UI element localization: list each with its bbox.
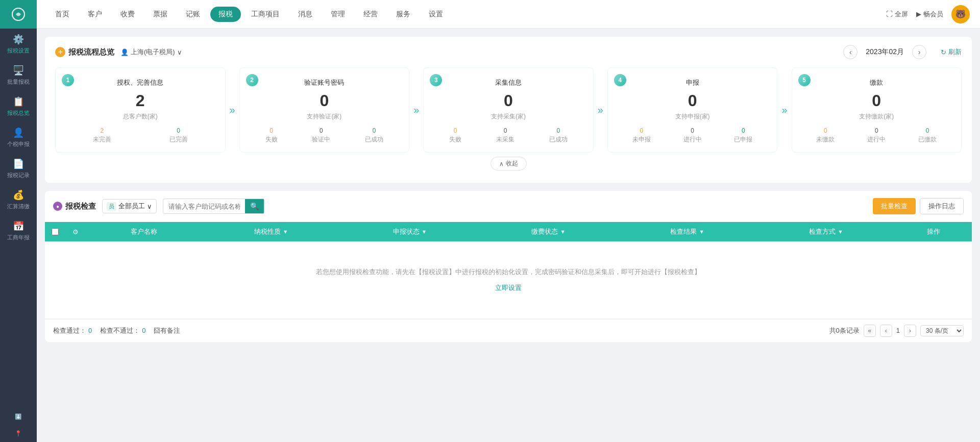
filter-icon-4[interactable]: ▼: [699, 229, 704, 235]
step-5-stat-0: 0 未缴款: [816, 127, 835, 144]
fullscreen-btn[interactable]: ⛶ 全屏: [886, 10, 908, 19]
fail-count[interactable]: 0: [142, 327, 145, 334]
check-table: ⚙ 客户名称 纳税性质▼ 申报状态▼ 缴费状态▼: [45, 222, 972, 319]
step-3-subtitle: 支持采集(家): [432, 112, 585, 121]
location-person-icon: 👤: [120, 48, 129, 56]
search-button[interactable]: 🔍: [245, 199, 264, 213]
topnav-item-settings[interactable]: 设置: [421, 7, 451, 22]
check-circle-icon: ●: [53, 202, 62, 211]
topnav-items: 首页 客户 收费 票据 记账 报税 工商项目 消息 管理 经营 服务 设置: [47, 7, 886, 22]
empty-state: 若您想使用报税检查功能，请先在【报税设置】中进行报税的初始化设置，完成密码验证和…: [51, 245, 966, 314]
step-2-stat-1: 0 验证中: [312, 127, 330, 144]
records-icon: 📄: [13, 158, 24, 169]
setup-link[interactable]: 立即设置: [495, 284, 522, 291]
filter-icon-3[interactable]: ▼: [560, 229, 566, 235]
step-2-subtitle: 支持验证(家): [248, 112, 401, 121]
topnav-item-fees[interactable]: 收费: [112, 7, 143, 22]
step-3-stats: 0 失败 0 未采集 0 已成功: [432, 127, 585, 144]
fullscreen-icon: ⛶: [886, 10, 893, 18]
flow-title: ＋ 报税流程总览: [55, 47, 114, 57]
topnav-item-operations[interactable]: 经营: [355, 7, 386, 22]
collapse-btn[interactable]: ∧ 收起: [491, 157, 527, 170]
filter-icon-5[interactable]: ▼: [838, 229, 843, 235]
table-wrap: ⚙ 客户名称 纳税性质▼ 申报状态▼ 缴费状态▼: [45, 222, 972, 319]
step-4-stat-1: 0 进行中: [683, 127, 702, 144]
main-wrap: 首页 客户 收费 票据 记账 报税 工商项目 消息 管理 经营 服务 设置 ⛶ …: [37, 0, 980, 442]
topnav-item-management[interactable]: 管理: [323, 7, 353, 22]
empty-row: 若您想使用报税检查功能，请先在【报税设置】中进行报税的初始化设置，完成密码验证和…: [45, 241, 972, 318]
batch-check-btn[interactable]: 批量检查: [873, 198, 916, 214]
sidebar-item-tax-records[interactable]: 📄 报税记录: [0, 153, 37, 184]
step-3-title: 采集信息: [432, 78, 585, 87]
vip-btn[interactable]: ▶ 畅会员: [916, 10, 943, 19]
next-page-btn[interactable]: ›: [904, 325, 916, 337]
step-arrow-2: »: [409, 67, 423, 153]
topnav-item-messages[interactable]: 消息: [290, 7, 321, 22]
step-5-stats: 0 未缴款 0 进行中 0 已缴款: [800, 127, 953, 144]
filter-icon-2[interactable]: ▼: [422, 229, 427, 235]
check-actions: 批量检查 操作日志: [873, 198, 964, 214]
page-size-select[interactable]: 30 条/页 50 条/页 100 条/页: [920, 325, 964, 336]
step-4-subtitle: 支持申报(家): [616, 112, 769, 121]
topnav-item-tax[interactable]: 报税: [210, 7, 241, 22]
sidebar-item-tax-overview[interactable]: 📋 报税总览: [0, 91, 37, 122]
current-page: 1: [896, 327, 900, 334]
sidebar-item-tax-settings[interactable]: ⚙️ 报税设置: [0, 29, 37, 60]
employee-filter[interactable]: 员 全部员工 ∨: [102, 199, 157, 213]
pass-count[interactable]: 0: [88, 327, 92, 334]
employee-tag: 员: [107, 202, 116, 211]
operation-log-btn[interactable]: 操作日志: [920, 198, 964, 214]
table-footer: 检查通过： 0 检查不通过： 0 囧有备注 共0条记录 « ‹ 1 ›: [45, 319, 972, 342]
check-header: ● 报税检查 员 全部员工 ∨ 🔍 批量检查 操作日志: [45, 191, 972, 222]
step-5-num: 5: [798, 74, 811, 86]
settings-icon: ⚙️: [13, 34, 24, 45]
chevron-up-icon: ∧: [499, 160, 504, 167]
step-1-title: 授权、完善信息: [64, 78, 217, 87]
sidebar-bottom: ⬇️ 📍: [0, 408, 37, 442]
topnav-item-accounting[interactable]: 记账: [178, 7, 208, 22]
step-2-stat-0: 0 失败: [265, 127, 278, 144]
th-check-method: 检查方式▼: [756, 222, 895, 241]
month-nav: ‹ 2023年02月 ›: [843, 45, 926, 59]
sidebar-item-settlement[interactable]: 💰 汇算清缴: [0, 184, 37, 215]
steps-row: 1 授权、完善信息 2 总客户数(家) 2 未完善 0 已完善: [55, 67, 962, 153]
monitor-icon: 🖥️: [13, 65, 24, 76]
location-tag[interactable]: 👤 上海(电子税局) ∨: [120, 47, 182, 57]
step-3-stat-0: 0 失败: [449, 127, 461, 144]
first-page-btn[interactable]: «: [864, 325, 876, 337]
sidebar-item-location[interactable]: 📍: [0, 425, 37, 442]
collapse-row: ∧ 收起: [55, 157, 962, 170]
th-client-name: 客户名称: [86, 222, 202, 241]
avatar[interactable]: 🐻: [951, 5, 970, 23]
step-5-stat-2: 0 已缴款: [918, 127, 937, 144]
sidebar-item-personal-tax[interactable]: 👤 个税申报: [0, 122, 37, 153]
th-settings: ⚙: [65, 222, 86, 241]
refresh-btn[interactable]: ↻ 刷新: [941, 47, 962, 57]
step-4-stats: 0 未申报 0 进行中 0 已申报: [616, 127, 769, 144]
topnav-item-invoices[interactable]: 票据: [145, 7, 176, 22]
topnav-item-clients[interactable]: 客户: [80, 7, 110, 22]
step-3-stat-2: 0 已成功: [549, 127, 568, 144]
footer-pass: 检查通过： 0: [53, 326, 92, 335]
next-month-btn[interactable]: ›: [912, 45, 926, 59]
sidebar-item-annual-report[interactable]: 📅 工商年报: [0, 215, 37, 247]
prev-page-btn[interactable]: ‹: [880, 325, 892, 337]
step-5-stat-1: 0 进行中: [867, 127, 886, 144]
refresh-icon: ↻: [941, 48, 946, 56]
table-body: 若您想使用报税检查功能，请先在【报税设置】中进行报税的初始化设置，完成密码验证和…: [45, 241, 972, 318]
topnav-item-business[interactable]: 工商项目: [243, 7, 288, 22]
sidebar-item-download[interactable]: ⬇️: [0, 408, 37, 425]
th-checkbox: [45, 222, 65, 241]
topnav-item-home[interactable]: 首页: [47, 7, 78, 22]
sidebar: ⚙️ 报税设置 🖥️ 批量报税 📋 报税总览 👤 个税申报 📄 报税记录 💰 汇…: [0, 0, 37, 442]
search-input[interactable]: [163, 200, 245, 213]
filter-icon-1[interactable]: ▼: [283, 229, 288, 235]
prev-month-btn[interactable]: ‹: [843, 45, 857, 59]
select-all-checkbox[interactable]: [52, 228, 59, 235]
topnav: 首页 客户 收费 票据 记账 报税 工商项目 消息 管理 经营 服务 设置 ⛶ …: [37, 0, 980, 29]
topnav-right: ⛶ 全屏 ▶ 畅会员 🐻: [886, 5, 970, 23]
step-3-count: 0: [432, 91, 585, 110]
topnav-item-services[interactable]: 服务: [388, 7, 419, 22]
sidebar-item-batch-tax[interactable]: 🖥️ 批量报税: [0, 60, 37, 91]
step-2-stats: 0 失败 0 验证中 0 已成功: [248, 127, 401, 144]
